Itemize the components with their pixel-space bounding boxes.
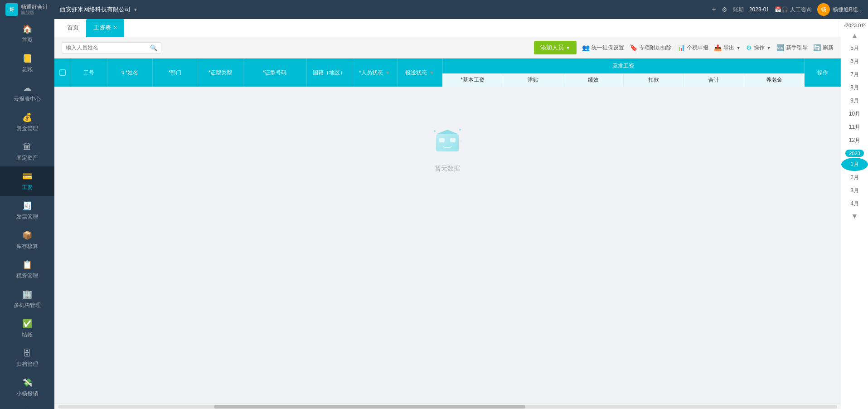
sidebar-item-cloud-report[interactable]: ☁ 云报表中心 — [0, 78, 54, 107]
add-person-button[interactable]: 添加人员 ▼ — [534, 41, 577, 54]
panel-month-6[interactable]: 6月 — [841, 55, 868, 68]
sort-name-icon[interactable]: ⇅ — [121, 71, 125, 75]
calendar-icon[interactable]: 📅 — [775, 6, 781, 13]
scrollbar-thumb[interactable] — [214, 405, 526, 409]
top-bar: 好 畅通好会计 旗舰版 西安虾米网络科技有限公司 ▼ + ⚙ 账期 2023-0… — [0, 0, 868, 19]
panel-close-btn[interactable]: × — [863, 21, 866, 28]
panel-nav-up[interactable]: ▲ — [849, 30, 860, 42]
invoice-icon: 🧾 — [22, 200, 33, 211]
service-button[interactable]: 🎧 人工咨询 — [781, 6, 812, 14]
panel-month-2[interactable]: 2月 — [841, 171, 868, 184]
col-idnum-header: *证型号码 — [243, 58, 306, 87]
panel-month-11[interactable]: 11月 — [841, 121, 868, 134]
tab-payroll-close[interactable]: × — [114, 24, 117, 31]
sidebar-item-multi-org[interactable]: 🏢 多机构管理 — [0, 284, 54, 314]
tax-report-action[interactable]: 📊 个税申报 — [677, 44, 708, 52]
sidebar-label-tax: 税务管理 — [16, 272, 38, 280]
company-name[interactable]: 西安虾米网络科技有限公司 — [60, 5, 131, 14]
col-id-header: 工号 — [71, 58, 107, 87]
sidebar-item-settings[interactable]: ⚙ 基础设置 — [0, 402, 54, 409]
panel-current-year-label: 2023 — [845, 150, 863, 157]
sidebar-item-ledger[interactable]: 📒 总账 — [0, 49, 54, 78]
horizontal-scrollbar[interactable] — [54, 404, 841, 409]
add-person-dropdown-icon: ▼ — [566, 45, 570, 50]
sidebar-item-invoice[interactable]: 🧾 发票管理 — [0, 196, 54, 225]
checkout-icon: ✅ — [22, 318, 33, 329]
sidebar-label-multi-org: 多机构管理 — [14, 302, 41, 309]
sidebar-item-tax[interactable]: 📋 税务管理 — [0, 255, 54, 284]
sidebar-label-cloud: 云报表中心 — [14, 95, 41, 103]
inventory-icon: 📦 — [22, 230, 33, 241]
tab-home[interactable]: 首页 — [60, 19, 86, 37]
sidebar-item-fund[interactable]: 💰 资金管理 — [0, 107, 54, 137]
svg-rect-2 — [450, 138, 456, 142]
tax-report-icon: 📊 — [677, 44, 685, 51]
expense-icon: 💸 — [22, 377, 33, 388]
scrollbar-track[interactable] — [58, 405, 837, 409]
refresh-action[interactable]: 🔄 刷新 — [813, 44, 834, 52]
social-setting-label: 统一社保设置 — [592, 44, 624, 52]
add-company-btn[interactable]: + — [712, 5, 716, 14]
panel-month-1[interactable]: 1月 — [841, 158, 868, 171]
sidebar-item-inventory[interactable]: 📦 库存核算 — [0, 225, 54, 255]
cloud-icon: ☁ — [22, 83, 33, 93]
tab-home-label: 首页 — [67, 24, 79, 32]
export-action[interactable]: 📤 导出 ▼ — [714, 44, 741, 52]
company-selector[interactable]: 西安虾米网络科技有限公司 ▼ — [60, 5, 705, 14]
settings-icon[interactable]: ⚙ — [722, 6, 727, 13]
refresh-icon: 🔄 — [813, 44, 821, 51]
panel-month-4[interactable]: 4月 — [841, 197, 868, 210]
headset-icon: 🎧 — [781, 6, 788, 13]
panel-month-5[interactable]: 5月 — [841, 42, 868, 55]
panel-nav-down[interactable]: ▼ — [849, 210, 860, 222]
svg-marker-3 — [436, 130, 459, 134]
guide-action[interactable]: 🆕 新手引导 — [776, 44, 808, 52]
archive-icon: 🗄 — [22, 348, 33, 359]
sidebar: 🏠 首页 📒 总账 ☁ 云报表中心 💰 资金管理 🏛 固定资产 💳 工资 🧾 发… — [0, 19, 54, 409]
user-info[interactable]: 畅 畅捷通B组... — [817, 3, 863, 16]
special-deduct-label: 专项附加扣除 — [639, 44, 672, 52]
top-bar-right: 🎧 人工咨询 畅 畅捷通B组... — [781, 3, 863, 16]
sidebar-item-checkout[interactable]: ✅ 结账 — [0, 314, 54, 343]
sidebar-item-expense[interactable]: 💸 小畅报销 — [0, 373, 54, 402]
sidebar-item-fixed-assets[interactable]: 🏛 固定资产 — [0, 137, 54, 166]
select-all-checkbox[interactable] — [59, 69, 66, 76]
sidebar-label-fixed: 固定资产 — [16, 154, 38, 162]
panel-expand-btn[interactable]: ⤢ — [843, 21, 849, 28]
col-pension-header: 养老金 — [744, 73, 804, 87]
sidebar-item-payroll[interactable]: 💳 工资 — [0, 166, 54, 196]
settings-icon: ⚙ — [22, 407, 33, 409]
sidebar-label-invoice: 发票管理 — [16, 213, 38, 221]
report-filter-icon[interactable]: ▼ — [430, 70, 434, 75]
panel-month-12[interactable]: 12月 — [841, 134, 868, 147]
logo: 好 畅通好会计 旗舰版 — [5, 3, 60, 16]
panel-month-7[interactable]: 7月 — [841, 68, 868, 81]
panel-month-8[interactable]: 8月 — [841, 81, 868, 94]
ops-dropdown-icon: ▼ — [766, 45, 771, 50]
export-dropdown-icon: ▼ — [736, 45, 741, 50]
col-report-status-header: 报送状态 ▼ — [397, 58, 442, 87]
sidebar-item-home[interactable]: 🏠 首页 — [0, 19, 54, 49]
social-setting-action[interactable]: 👥 统一社保设置 — [582, 44, 624, 52]
ops-label: 操作 — [754, 44, 765, 52]
col-checkbox-header[interactable] — [54, 58, 71, 87]
col-allowance-header: 津贴 — [503, 73, 563, 87]
special-deduct-action[interactable]: 🔖 专项附加扣除 — [630, 44, 672, 52]
sidebar-item-archive[interactable]: 🗄 归档管理 — [0, 343, 54, 373]
search-input[interactable] — [66, 44, 147, 51]
company-dropdown-icon[interactable]: ▼ — [133, 7, 138, 12]
sidebar-label-ledger: 总账 — [22, 66, 33, 73]
panel-month-10[interactable]: 10月 — [841, 107, 868, 121]
refresh-label: 刷新 — [823, 44, 834, 52]
col-dept-header: *部门 — [152, 58, 198, 87]
search-box[interactable]: 🔍 — [62, 42, 161, 54]
user-name: 畅捷通B组... — [833, 6, 863, 14]
empty-state: 暂无数据 — [54, 87, 841, 209]
ops-action[interactable]: ⚙ 操作 ▼ — [746, 44, 771, 52]
svg-point-4 — [434, 130, 436, 132]
tab-payroll[interactable]: 工资表 × — [86, 19, 124, 37]
panel-month-9[interactable]: 9月 — [841, 94, 868, 107]
col-ops-header: 操作 — [805, 58, 841, 87]
status-filter-icon[interactable]: ▼ — [385, 70, 390, 75]
panel-month-3[interactable]: 3月 — [841, 184, 868, 197]
